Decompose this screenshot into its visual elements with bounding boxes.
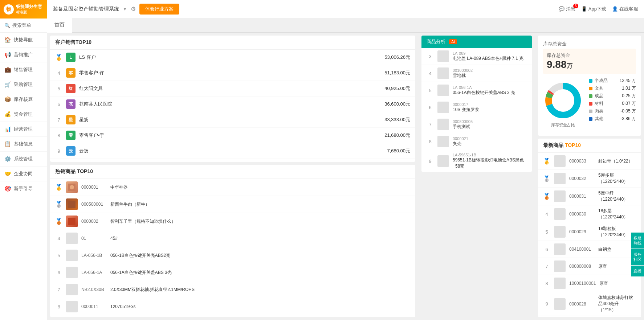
- float-btn-service[interactable]: 客服热线: [631, 233, 644, 249]
- hot-product-code-6: LA-056-1A: [81, 270, 107, 275]
- customer-row-10[interactable]: 10 肖 肖总 7,563.00元: [50, 159, 415, 162]
- goods-row-9[interactable]: 9 LA-59651-1B 59651-1B旋转投影灯电池盒ABS黑色+58壳: [421, 150, 532, 172]
- experience-btn[interactable]: 体验行业方案: [139, 4, 179, 15]
- rank-num-9: 9: [55, 148, 62, 154]
- customer-row-5[interactable]: 5 红 红太阳文具 40,925.00元: [50, 81, 415, 97]
- customer-row-7[interactable]: 7 星 星扬 33,333.00元: [50, 112, 415, 128]
- customer-row-6[interactable]: 6 苍 苍南县人民医院 36,600.00元: [50, 97, 415, 112]
- goods-row-6[interactable]: 6 0000017 10S 变扭罗浆: [421, 99, 532, 116]
- avatar-7: 星: [66, 115, 76, 124]
- sidebar-item-business[interactable]: 📊 经营管理: [0, 122, 47, 137]
- hot-product-row-2[interactable]: 🥈 000500001 新西兰牛肉（新牛）: [50, 196, 415, 213]
- customer-row-8[interactable]: 8 零 零售客户-于 21,680.00元: [50, 128, 415, 143]
- hot-product-row-3[interactable]: 🥉 0000002 智利车子里（规格不知道填什么）: [50, 213, 415, 230]
- sidebar-item-collab[interactable]: 🤝 企业协同: [0, 167, 47, 181]
- hot-product-row-6[interactable]: 6 LA-056-1A 056-1A白色按键开关盖ABS 3壳: [50, 264, 415, 281]
- gear-icon[interactable]: ⚙: [131, 5, 136, 12]
- customer-value-7: 33,333.00元: [384, 116, 410, 123]
- float-btn-community[interactable]: 服务社区: [631, 249, 644, 265]
- online-service-link[interactable]: 👤 在线客服: [612, 6, 638, 12]
- hot-product-code-7: NB2.0X30B: [81, 287, 107, 292]
- goods-row-5[interactable]: 5 LA-056-1A 056-1A白色按键开关盖ABS 3 壳: [421, 82, 532, 99]
- hot-product-code-1: 0000001: [81, 185, 107, 190]
- svg-rect-2: [68, 201, 76, 208]
- customer-row-1[interactable]: 🥇 L LS 客户 53,006.26元: [50, 50, 415, 65]
- new-product-code-3: 0000031: [569, 194, 595, 199]
- customer-value-9: 7,680.00元: [387, 148, 410, 154]
- sidebar-item-finance[interactable]: 💰 资金管理: [0, 107, 47, 122]
- hot-product-name-8: 12070519-xs: [110, 304, 410, 309]
- sidebar-item-marketing[interactable]: 📢 营销推广: [0, 48, 47, 62]
- middle-panel: 商品分析 Ai 3 LA-089 电池盖 LA-089 ABS本色+黑种 7.1…: [419, 33, 535, 320]
- nav-icon-business: 📊: [4, 126, 11, 132]
- new-product-row-8[interactable]: 8 10000100001 原查: [538, 275, 641, 292]
- nav-icon-baseinfo: 📋: [4, 141, 11, 147]
- new-products-header: 最新商品 TOP10: [538, 139, 641, 153]
- new-product-row-2[interactable]: 🥈 0000032 5厘多层（1220*2440）: [538, 170, 641, 188]
- goods-img-6: [437, 102, 449, 113]
- hot-product-row-9[interactable]: 9 KK-SD22110H 花语萌恒温分腿睡袋（厚款）: [50, 315, 415, 317]
- float-btn-live[interactable]: 直播: [631, 266, 644, 276]
- new-product-row-9[interactable]: 9 0000028 体城嘉枚味苏打饮品400毫升（1*15）: [538, 292, 641, 316]
- legend-dot-5: [589, 117, 592, 121]
- goods-name-6: 10S 变扭罗浆: [453, 107, 527, 113]
- new-product-row-7[interactable]: 7 000800008 原查: [538, 258, 641, 275]
- new-product-img-4: [554, 208, 566, 220]
- customer-name-8: 零售客户-于: [79, 132, 381, 139]
- content-body: 客户销售TOP10 🥇 L LS 客户 53,006.26元 4 零 零售客户-…: [47, 33, 644, 320]
- new-product-img-6: [554, 243, 566, 255]
- new-product-name-8: 原查: [599, 280, 636, 287]
- new-product-code-9: 0000028: [569, 301, 595, 307]
- hot-medal-1: 🥇: [55, 184, 62, 191]
- new-product-row-10[interactable]: 10 003800001 22g鱼豆腐-烧烤味（1*12*20）: [538, 316, 641, 317]
- hot-product-row-7[interactable]: 7 NB2.0X30B 2.0X30MM双搓花轴.搓花直径2.1MM/ROHS: [50, 281, 415, 298]
- dropdown-arrow[interactable]: ▼: [123, 7, 127, 12]
- goods-row-4[interactable]: 4 001000002 雪地靴: [421, 65, 532, 82]
- goods-rank-7: 7: [427, 122, 434, 127]
- sidebar-item-sales[interactable]: 💼 销售管理: [0, 62, 47, 77]
- hot-product-row-8[interactable]: 8 0000011 12070519-xs: [50, 298, 415, 315]
- app-download-link[interactable]: 📱 App下载: [581, 6, 606, 12]
- legend-item-0: 半成品 12.45 万: [589, 78, 636, 84]
- goods-row-7[interactable]: 7 000800005 手机测试: [421, 116, 532, 133]
- avatar-8: 零: [66, 131, 76, 140]
- goods-row-3[interactable]: 3 LA-089 电池盖 LA-089 ABS本色+黑种 7.1 克: [421, 48, 532, 65]
- sidebar-item-guide[interactable]: 🎯 新手引导: [0, 181, 47, 196]
- sidebar-item-system[interactable]: ⚙️ 系统管理: [0, 152, 47, 167]
- avatar-5: 红: [66, 84, 76, 93]
- sidebar-item-quicknav[interactable]: 🏠 快捷导航: [0, 33, 47, 48]
- customers-top10-card: 客户销售TOP10 🥇 L LS 客户 53,006.26元 4 零 零售客户-…: [50, 36, 415, 162]
- goods-row-8[interactable]: 8 0000021 夹壳: [421, 133, 532, 150]
- new-product-img-9: [554, 298, 566, 310]
- search-menu[interactable]: 🔍 搜索菜单: [0, 19, 47, 33]
- sidebar-item-baseinfo[interactable]: 📋 基础信息: [0, 137, 47, 152]
- hot-product-row-5[interactable]: 5 LA-056-1B 056-1B白色按键开关壳ABS2壳: [50, 247, 415, 264]
- new-product-row-4[interactable]: 4 0000030 18多层（1220*2440）: [538, 205, 641, 223]
- nav-icon-inventory: 📦: [4, 96, 11, 103]
- nav-icon-finance: 💰: [4, 111, 11, 118]
- main-area: 装备及固定资产辅助管理系统 ▼ ⚙ 体验行业方案 💬 消息 6 📱 App下载 …: [47, 0, 644, 320]
- sidebar-item-inventory[interactable]: 📦 库存核算: [0, 92, 47, 107]
- message-badge[interactable]: 💬 消息 6: [559, 6, 575, 12]
- inventory-label: 库存总资金: [547, 52, 632, 59]
- hot-product-row-1[interactable]: 🥇 0000001 中华神器: [50, 179, 415, 196]
- tab-home[interactable]: 首页: [47, 18, 72, 33]
- new-product-row-6[interactable]: 6 004100001 白钢垫: [538, 241, 641, 258]
- hot-product-code-4: 01: [81, 236, 107, 241]
- new-product-row-3[interactable]: 🥉 0000031 5厘中纤（1220*2440）: [538, 188, 641, 205]
- hot-product-img-8: [66, 301, 78, 312]
- goods-analysis-title: 商品分析: [427, 38, 445, 45]
- right-panel: 库存总资金 库存总资金 9.88万: [535, 33, 644, 320]
- legend-dot-3: [589, 102, 592, 106]
- hot-product-row-4[interactable]: 4 01 45#: [50, 230, 415, 247]
- hot-product-name-4: 45#: [110, 236, 410, 241]
- new-product-row-5[interactable]: 5 0000029 18颗粒板（1220*2440）: [538, 223, 641, 241]
- goods-rank-3: 3: [427, 54, 434, 59]
- customer-value-8: 21,680.00元: [384, 132, 410, 139]
- legend-label-1: 文具: [595, 85, 603, 91]
- new-product-row-1[interactable]: 🥇 0000033 封边带（1.0*22）: [538, 153, 641, 170]
- sidebar-item-purchase[interactable]: 🛒 采购管理: [0, 77, 47, 92]
- customer-row-4[interactable]: 4 零 零售客户-许 51,183.00元: [50, 65, 415, 81]
- customer-row-9[interactable]: 9 云 云扬 7,680.00元: [50, 143, 415, 159]
- hot-product-img-5: [66, 250, 78, 261]
